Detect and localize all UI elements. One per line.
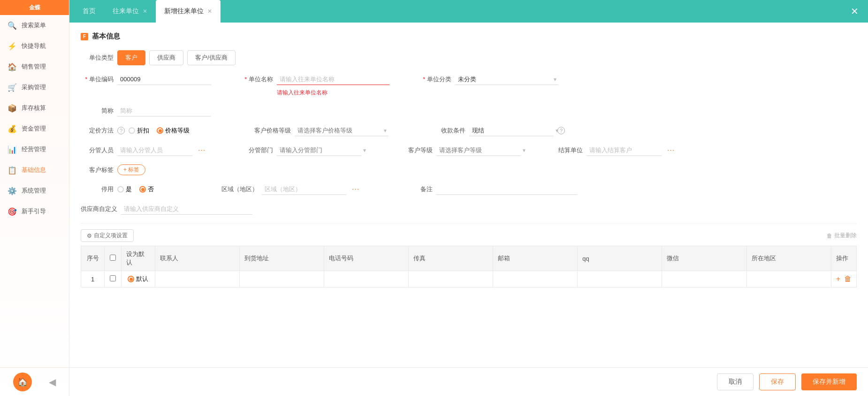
unit-type-customer-btn[interactable]: 客户 [117,50,145,65]
department-input[interactable] [277,145,361,155]
customer-price-select[interactable]: ▾ [295,125,388,136]
unit-category-input[interactable] [455,74,552,85]
system-icon: ⚙️ [8,186,17,195]
tab-new-partner[interactable]: 新增往来单位 ✕ [156,0,221,23]
qq-input[interactable] [582,276,657,283]
delete-row-btn[interactable]: 🗑 [844,275,852,283]
pricing-discount[interactable]: 折扣 [129,126,149,135]
cell-fax[interactable] [408,271,493,287]
unit-category-select[interactable]: ▾ [455,74,558,85]
col-checkbox[interactable] [105,246,122,271]
pricing-price-level-radio[interactable] [157,127,163,134]
tab-home[interactable]: 首页 [74,0,104,23]
sidebar-bottom: 🏠 ◀ [0,367,69,396]
payment-terms-label: 收款条件 [433,126,465,135]
row-checkbox[interactable] [110,275,116,281]
email-input[interactable] [498,276,572,283]
search-menu-icon: 🔍 [8,21,17,30]
sidebar-home-btn[interactable]: 🏠 [13,373,32,391]
sidebar-item-guide[interactable]: 🎯 新手引导 [0,201,69,222]
add-row-btn[interactable]: + [836,275,840,283]
settlement-input[interactable] [586,145,662,156]
tab-new-partner-close[interactable]: ✕ [207,8,212,15]
payment-terms-select[interactable]: ▾ [469,125,554,136]
settlement-label: 结算单位 [550,146,583,155]
manager-input[interactable] [117,145,192,156]
region-input[interactable] [262,184,346,195]
pricing-method-label: 定价方法 [81,126,114,135]
select-all-checkbox[interactable] [110,255,116,261]
payment-terms-input[interactable] [469,125,554,136]
cell-contact[interactable] [155,271,239,287]
region-more[interactable]: ··· [350,185,361,194]
add-tag-btn[interactable]: + 标签 [117,164,145,175]
sidebar-item-purchase[interactable]: 🛒 采购管理 [0,77,69,98]
disabled-no[interactable]: 否 [139,185,154,194]
customer-level-label: 客户等级 [400,146,433,155]
disabled-no-radio[interactable] [139,186,146,193]
cancel-button[interactable]: 取消 [717,373,754,390]
pricing-help-icon[interactable]: ? [117,127,125,134]
row-default-radio[interactable]: 默认 [126,275,150,283]
unit-type-supplier-btn[interactable]: 供应商 [149,50,183,65]
sidebar-item-system[interactable]: ⚙️ 系统管理 [0,180,69,201]
manager-more[interactable]: ··· [196,146,207,155]
supplier-custom-input[interactable] [121,203,252,215]
tab-partners-close[interactable]: ✕ [143,8,147,15]
cell-checkbox[interactable] [105,271,122,287]
settings-icon: ⚙ [87,233,92,239]
unit-type-both-btn[interactable]: 客户/供应商 [187,50,236,65]
cell-wechat[interactable] [662,271,746,287]
disabled-yes[interactable]: 是 [117,185,132,194]
save-button[interactable]: 保存 [759,373,796,390]
sidebar-item-basic-info[interactable]: 📋 基础信息 [0,160,69,180]
disabled-yes-radio[interactable] [117,186,124,193]
contact-input[interactable] [160,276,235,283]
sidebar-item-finance[interactable]: 💰 资金管理 [0,118,69,139]
customer-price-input[interactable] [295,125,382,136]
disabled-label: 停用 [81,185,114,194]
form-group-category: 单位分类 ▾ [419,74,587,85]
sidebar-item-search[interactable]: 🔍 搜索菜单 [0,15,69,36]
default-radio-circle[interactable] [128,276,134,282]
disabled-radio-group: 是 否 [117,185,154,194]
department-select[interactable]: ▾ [277,145,361,156]
save-new-button[interactable]: 保存并新增 [801,373,857,390]
short-name-input[interactable] [117,105,211,116]
tab-partners[interactable]: 往来单位 ✕ [104,0,156,23]
department-label: 分管部门 [240,146,273,155]
cell-default[interactable]: 默认 [122,271,155,287]
cell-address[interactable] [239,271,324,287]
phone-input[interactable] [329,276,404,283]
sidebar-item-sales[interactable]: 🏠 销售管理 [0,56,69,77]
batch-delete-btn[interactable]: 🗑 批量删除 [827,232,857,240]
fax-input[interactable] [413,276,488,283]
pricing-discount-radio[interactable] [129,127,135,134]
customer-level-select[interactable]: ▾ [436,145,521,156]
address-input[interactable] [244,276,319,283]
unit-type-label: 单位类型 [81,54,114,62]
region-area-input[interactable] [752,276,826,283]
unit-type-row: 单位类型 客户 供应商 客户/供应商 [81,50,857,65]
wechat-input[interactable] [667,276,741,283]
form-group-manager: 分管人员 ··· [81,145,240,156]
settlement-more[interactable]: ··· [665,146,677,155]
customer-level-input[interactable] [436,145,521,155]
custom-settings-btn[interactable]: ⚙ 自定义项设置 [81,229,134,242]
form-group-customer-price: 客户价格等级 ▾ [254,125,433,136]
sidebar-expand-btn[interactable]: ◀ [49,376,56,388]
cell-phone[interactable] [324,271,408,287]
cell-email[interactable] [493,271,578,287]
cell-qq[interactable] [578,271,662,287]
unit-code-input[interactable] [117,74,211,85]
cell-region-area[interactable] [746,271,831,287]
remark-input[interactable] [436,184,577,195]
sidebar-item-inventory[interactable]: 📦 库存核算 [0,98,69,118]
sidebar-item-operations[interactable]: 📊 经营管理 [0,139,69,160]
col-email: 邮箱 [493,246,578,271]
sidebar-item-quick-nav[interactable]: ⚡ 快捷导航 [0,36,69,56]
pricing-price-level[interactable]: 价格等级 [157,126,190,135]
unit-category-chevron: ▾ [552,76,558,83]
unit-name-input[interactable] [277,74,389,85]
tabbar-close-btn[interactable]: ✕ [846,6,863,17]
